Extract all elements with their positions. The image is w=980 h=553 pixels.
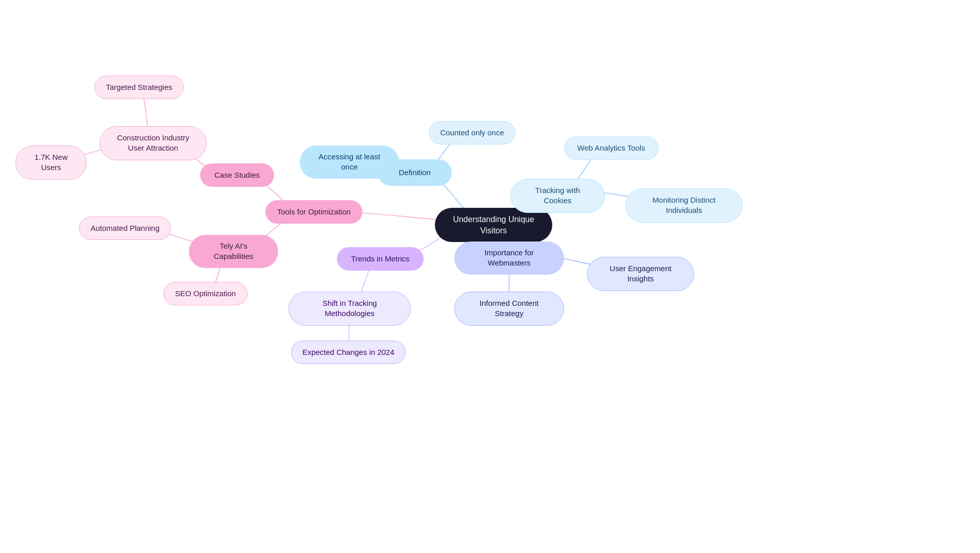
node-monitoring-distinct[interactable]: Monitoring Distinct Individuals (625, 188, 743, 223)
node-importance-webmasters[interactable]: Importance for Webmasters (454, 242, 564, 275)
node-trends-metrics[interactable]: Trends in Metrics (337, 247, 424, 271)
node-seo-optimization[interactable]: SEO Optimization (163, 282, 248, 305)
node-informed-content[interactable]: Informed Content Strategy (454, 292, 564, 326)
node-definition[interactable]: Definition (378, 159, 452, 186)
node-tools-optimization[interactable]: Tools for Optimization (265, 200, 362, 224)
node-case-studies[interactable]: Case Studies (200, 163, 274, 187)
node-automated-planning[interactable]: Automated Planning (79, 217, 171, 240)
center-node[interactable]: Understanding Unique Visitors (435, 208, 552, 242)
node-expected-changes[interactable]: Expected Changes in 2024 (291, 341, 406, 364)
node-web-analytics[interactable]: Web Analytics Tools (564, 136, 658, 160)
node-tracking-cookies[interactable]: Tracking with Cookies (510, 179, 605, 213)
node-new-users[interactable]: 1.7K New Users (15, 146, 87, 180)
node-construction-industry[interactable]: Construction Industry User Attraction (100, 126, 207, 160)
node-user-engagement[interactable]: User Engagement Insights (587, 257, 694, 291)
node-shift-tracking[interactable]: Shift in Tracking Methodologies (288, 292, 411, 326)
node-tely-capabilities[interactable]: Tely AI's Capabilities (189, 235, 278, 268)
node-counted-once[interactable]: Counted only once (429, 121, 516, 145)
node-targeted-strategies[interactable]: Targeted Strategies (94, 76, 184, 99)
